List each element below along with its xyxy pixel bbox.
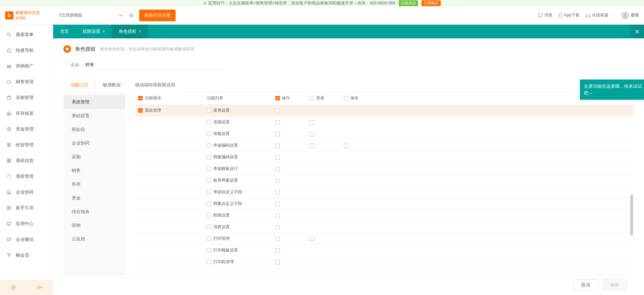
perm-nav-item-5[interactable]: 销售 <box>63 164 125 177</box>
checkbox-view[interactable] <box>310 132 314 136</box>
messages-link[interactable]: 消息 <box>538 12 552 18</box>
sidebar-item-7[interactable]: 经营管理 <box>0 137 53 153</box>
sidebar-item-5[interactable]: 库存核算 <box>0 106 53 121</box>
checkbox-all-view[interactable] <box>310 96 314 100</box>
sidebar-item-label: 新手引导 <box>16 205 34 211</box>
app-download-link[interactable]: App下载 <box>559 12 580 18</box>
checkbox-op[interactable] <box>275 179 280 183</box>
perm-nav-item-9[interactable]: 营销 <box>63 219 125 232</box>
sidebar-item-1[interactable]: 快捷导航 <box>0 42 53 58</box>
checkbox-op[interactable] <box>275 248 280 253</box>
checkbox-row[interactable] <box>207 248 211 253</box>
sidebar-item-0[interactable]: 搜索菜单 <box>0 27 53 42</box>
sidebar-item-10[interactable]: 企业协同 <box>0 184 53 200</box>
tabbar: 首页权限设置×角色授权× <box>53 25 644 38</box>
notice-training-button[interactable]: 在线培训 <box>399 0 418 6</box>
page-title: 角色授权 <box>75 46 96 52</box>
checkbox-all-edit[interactable] <box>344 96 348 100</box>
subtab-2[interactable]: 移动端特殊权限说明 <box>128 78 182 92</box>
checkbox-row[interactable] <box>207 201 211 206</box>
checkbox-op[interactable] <box>275 237 280 241</box>
checkbox-op[interactable] <box>275 120 280 125</box>
row-name: 单据编码设置 <box>213 143 238 148</box>
checkbox-row[interactable] <box>207 132 211 136</box>
checkbox-all-module[interactable] <box>138 96 143 100</box>
row-name: 打印管理 <box>213 236 230 241</box>
checkbox-row[interactable] <box>207 155 211 159</box>
tab-2[interactable]: 角色授权× <box>112 25 148 38</box>
checkbox-row[interactable] <box>207 260 211 264</box>
org-selector[interactable]: 0五组旗舰版 <box>57 10 125 21</box>
svg-rect-3 <box>559 13 562 17</box>
checkbox-op[interactable] <box>275 155 280 160</box>
sidebar-item-12[interactable]: 应用中心 <box>0 216 53 232</box>
checkbox-group[interactable] <box>138 108 143 113</box>
user-menu[interactable]: 珊珊 <box>621 11 639 20</box>
close-icon[interactable]: × <box>103 29 105 34</box>
checkbox-row[interactable] <box>207 167 211 171</box>
sidebar-item-9[interactable]: 系统管理 <box>0 169 53 184</box>
sidebar-item-label: 畅会员 <box>16 252 29 258</box>
perm-nav-item-3[interactable]: 企业协同 <box>63 136 125 150</box>
support-link[interactable]: 在线客服 <box>586 12 608 18</box>
perm-nav-item-2[interactable]: 初始化 <box>63 123 125 136</box>
sidebar-item-3[interactable]: 销售管理 <box>0 74 53 90</box>
checkbox-row[interactable] <box>207 178 211 183</box>
checkbox-edit[interactable] <box>344 144 348 148</box>
subtab-0[interactable]: 功能入口 <box>63 78 96 92</box>
checkbox-row[interactable] <box>207 108 211 113</box>
sidebar-item-6[interactable]: 资金管理 <box>0 121 53 137</box>
checkbox-op[interactable] <box>275 109 280 113</box>
sidebar-item-2[interactable]: 营销推广 <box>0 58 53 74</box>
checkbox-view[interactable] <box>310 120 314 125</box>
gear-icon[interactable] <box>11 285 16 290</box>
close-icon[interactable]: × <box>139 29 141 34</box>
checkbox-view[interactable] <box>310 237 314 241</box>
sidebar-item-14[interactable]: 畅会员 <box>0 247 53 263</box>
checkbox-row[interactable] <box>207 143 211 148</box>
perm-nav-item-10[interactable]: 云应用 <box>63 232 125 246</box>
perm-nav-item-4[interactable]: 采购 <box>63 150 125 164</box>
perm-nav-item-1[interactable]: 基础设置 <box>63 109 125 123</box>
scrollbar-thumb[interactable] <box>630 195 633 236</box>
checkbox-all-op[interactable] <box>275 96 280 100</box>
checkbox-op[interactable] <box>275 225 280 230</box>
fullscreen-hint-callout[interactable]: 全屏功能在这里哦，快来试试吧～ <box>579 79 644 100</box>
checkbox-op[interactable] <box>275 260 280 265</box>
notice-buy-button[interactable]: 立即购买 <box>421 0 441 6</box>
permission-table: 功能模块 功能列表 操作 查看 修改 系统管理菜单设置选项设置审核设置单据编码设… <box>135 92 634 268</box>
checkbox-row[interactable] <box>207 213 211 218</box>
checkbox-op[interactable] <box>275 144 280 148</box>
clipboard-icon <box>6 142 12 148</box>
tab-0[interactable]: 首页 <box>53 25 76 38</box>
checkbox-op[interactable] <box>275 213 280 218</box>
checkbox-row[interactable] <box>207 225 211 229</box>
checkbox-op[interactable] <box>275 167 280 171</box>
checkbox-op[interactable] <box>275 202 280 206</box>
headset-icon <box>586 13 591 18</box>
cancel-button[interactable]: 取消 <box>573 279 598 291</box>
checkbox-op[interactable] <box>275 132 280 136</box>
perm-nav-item-7[interactable]: 资金 <box>63 191 125 205</box>
checkbox-row[interactable] <box>207 190 211 194</box>
table-row: 选项设置 <box>135 116 634 128</box>
sidebar-item-8[interactable]: 基础信息 <box>0 153 53 169</box>
tab-1[interactable]: 权限设置× <box>76 25 112 38</box>
checkbox-row[interactable] <box>207 236 211 241</box>
table-row: 单据自定义字段 <box>135 186 634 198</box>
perm-nav-item-0[interactable]: 系统管理 <box>63 95 125 109</box>
sidebar-item-13[interactable]: 企业微信 <box>0 232 53 247</box>
collapse-icon[interactable] <box>37 285 43 290</box>
sidebar-item-4[interactable]: 采购管理 <box>0 90 53 106</box>
subtab-1[interactable]: 敏感数据 <box>96 78 128 92</box>
settings-icon[interactable] <box>129 13 134 18</box>
svg-rect-14 <box>7 161 9 162</box>
perm-nav-item-8[interactable]: 综合报表 <box>63 205 125 219</box>
checkbox-row[interactable] <box>207 120 211 124</box>
checkbox-view[interactable] <box>310 144 314 148</box>
experience-button[interactable]: 体验行业方案 <box>139 10 176 21</box>
tabbar-close-button[interactable] <box>630 25 644 38</box>
perm-nav-item-6[interactable]: 库存 <box>63 177 125 191</box>
sidebar-item-11[interactable]: 新手引导 <box>0 200 53 216</box>
checkbox-op[interactable] <box>275 190 280 195</box>
